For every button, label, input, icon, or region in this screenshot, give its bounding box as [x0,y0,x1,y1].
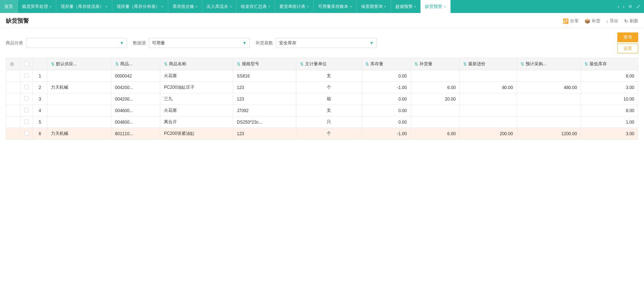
replenish-value: 安全库存 [279,40,296,46]
settings-button[interactable]: 设置 [617,44,638,53]
row-unit-cell: 个 [296,82,362,93]
row-checkbox[interactable] [24,73,29,78]
row-checkbox[interactable] [24,131,29,136]
export-icon: ↓ [606,18,609,24]
row-unit-cell: 箱 [296,93,362,105]
datasource-select[interactable]: 可用量 ▼ [149,38,250,48]
settings-icon[interactable]: ⚙ [10,61,14,67]
table-row: 5 004800... 离合片 DS250*23c... 只 0.00 1.00 [6,116,638,128]
row-latest-price-cell: 80.00 [460,82,517,93]
row-settings-cell [6,116,21,128]
row-supplement-cell [410,105,460,116]
refresh-button[interactable]: ↻ 刷新 [624,18,638,24]
row-checkbox-cell [21,82,33,93]
datasource-label: 数据源 [133,40,146,46]
tab-flow[interactable]: 出入库流水 × [202,0,236,13]
row-settings-cell [6,93,21,105]
col-num-header [33,58,47,70]
chevron-down-icon: ▼ [370,41,374,45]
replenish-label: 补货基数 [256,40,273,46]
row-checkbox[interactable] [24,119,29,124]
query-button[interactable]: 查询 [617,32,638,42]
row-spec-cell: DS250*23c... [233,116,296,128]
tab-available[interactable]: 可用量库存账本 × [314,0,357,13]
row-min-stock-cell: 8.00 [581,105,638,116]
col-product-code-header[interactable]: ⇅ 商品... [111,58,160,70]
row-checkbox[interactable] [24,96,29,101]
row-supplement-cell: 20.00 [410,93,460,105]
tab-close-icon[interactable]: ✕ [627,3,634,10]
tab-batch[interactable]: 库存批次账 × [168,0,203,13]
col-supplement-header[interactable]: ⇅ 补货量 [410,58,460,70]
sort-icon: ⇅ [300,62,304,67]
close-icon[interactable]: × [350,5,352,9]
replenish-select[interactable]: 安全库存 ▼ [276,38,377,48]
export-button[interactable]: ↓ 导出 [606,18,619,24]
tab-shortage[interactable]: 缺货预警 × [421,0,451,13]
tab-overstock[interactable]: 超储预警 × [391,0,421,13]
tab-stock-dist[interactable]: 现存量（库存分布表） × [112,0,168,13]
close-icon[interactable]: × [444,5,446,9]
share-button[interactable]: 🔁 分享 [563,18,579,24]
col-product-name-header[interactable]: ⇅ 商品名称 [160,58,233,70]
row-product-name-cell: 火花塞 [160,70,233,82]
row-product-name-cell: 离合片 [160,116,233,128]
col-unit-header[interactable]: ⇅ 主计量单位 [296,58,362,70]
row-supplement-cell [410,70,460,82]
tab-home[interactable]: 首页 [0,0,18,13]
close-icon[interactable]: × [196,5,198,9]
row-spec-cell: 123 [233,93,296,105]
tab-expand-icon[interactable]: ⤢ [635,3,642,10]
table-container: ⚙ ⇅ 默认供应... ⇅ 商 [0,58,644,140]
col-checkbox-header [21,58,33,70]
row-checkbox-cell [21,93,33,105]
tab-stock-status[interactable]: 现存量（库存状况表） × [56,0,112,13]
close-icon[interactable]: × [307,5,309,9]
select-all-checkbox[interactable] [24,61,29,66]
row-checkbox[interactable] [24,108,29,112]
header-actions: 🔁 分享 📦 补货 ↓ 导出 ↻ 刷新 [563,18,639,24]
table-header-row: ⚙ ⇅ 默认供应... ⇅ 商 [6,58,638,70]
row-latest-price-cell [460,105,517,116]
supplement-button[interactable]: 📦 补货 [584,18,600,24]
row-estimated-cell [517,93,581,105]
row-supplier-cell: 力天机械 [47,128,112,140]
col-stock-header[interactable]: ⇅ 库存量 [362,58,411,70]
chevron-down-icon: ▼ [243,41,247,45]
sort-icon: ⇅ [164,62,167,67]
close-icon[interactable]: × [414,5,416,9]
tab-refine[interactable]: 炼货异常处理 × [18,0,56,13]
sort-icon: ⇅ [521,62,524,67]
tab-next-icon[interactable]: › [621,3,626,10]
sort-icon: ⇅ [51,62,55,67]
close-icon[interactable]: × [105,5,108,9]
row-min-stock-cell: 3.00 [581,128,638,140]
col-min-stock-header[interactable]: ⇅ 最低库存 [581,58,638,70]
sort-icon: ⇅ [115,62,119,67]
datasource-filter-group: 数据源 可用量 ▼ [133,38,250,48]
col-spec-header[interactable]: ⇅ 规格型号 [233,58,296,70]
row-supplement-cell: 6.00 [410,128,460,140]
close-icon[interactable]: × [49,5,52,9]
close-icon[interactable]: × [384,5,386,9]
row-product-code-cell: 004800... [111,116,160,128]
close-icon[interactable]: × [230,5,232,9]
tab-prev-icon[interactable]: ‹ [616,3,621,10]
col-estimated-header[interactable]: ⇅ 预计采购... [517,58,581,70]
row-checkbox[interactable] [24,85,29,89]
close-icon[interactable]: × [161,5,164,9]
row-spec-cell: 123 [233,128,296,140]
tab-expiry[interactable]: 保质期查询 × [357,0,391,13]
tab-order-stats[interactable]: 要货单统计表 × [275,0,314,13]
row-num-cell: 4 [33,105,47,116]
row-num-cell: 5 [33,116,47,128]
category-filter-group: 商品分类 ▼ [6,38,127,48]
close-icon[interactable]: × [268,5,270,9]
row-unit-cell: 支 [296,105,362,116]
col-latest-price-header[interactable]: ⇅ 最新进价 [460,58,517,70]
tab-summary[interactable]: 收发存汇总表 × [236,0,275,13]
page-title: 缺货预警 [6,17,29,25]
col-supplier-header[interactable]: ⇅ 默认供应... [47,58,112,70]
row-estimated-cell [517,70,581,82]
category-select[interactable]: ▼ [26,38,127,48]
